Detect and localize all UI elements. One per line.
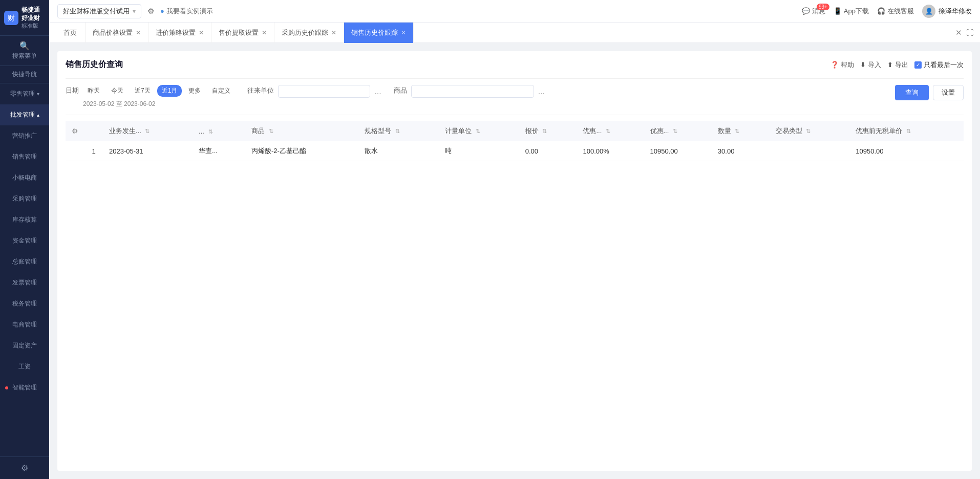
user-menu[interactable]: 👤 徐泽华修改 — [922, 5, 972, 18]
customer-picker-icon[interactable]: ... — [374, 87, 381, 96]
col-spec[interactable]: 规格型号 ⇅ — [358, 121, 439, 141]
sidebar-item-assets[interactable]: 固定资产 — [0, 335, 49, 356]
sidebar-item-finance[interactable]: 资金管理 — [0, 230, 49, 251]
col-product[interactable]: 商品 ⇅ — [245, 121, 358, 141]
tab-sale-extract[interactable]: 售价提取设置 ✕ — [211, 23, 274, 43]
messages-button[interactable]: 💬 消息 99+ — [802, 7, 825, 16]
col-discount2[interactable]: 优惠... ⇅ — [644, 121, 712, 141]
row-discount2: 10950.00 — [644, 141, 712, 161]
row-trade-type — [770, 141, 850, 161]
sidebar-item-smart[interactable]: 智能管理 — [0, 377, 49, 398]
sidebar-item-sales[interactable]: 销售管理 — [0, 146, 49, 167]
sidebar-item-marketing-label: 营销推广 — [12, 132, 37, 140]
export-button[interactable]: ⬆ 导出 — [887, 60, 908, 70]
customer-input[interactable] — [278, 85, 370, 98]
col-pretax-price[interactable]: 优惠前无税单价 ⇅ — [849, 121, 964, 141]
col-price[interactable]: 报价 ⇅ — [519, 121, 577, 141]
tab-close-icon[interactable]: ✕ — [262, 30, 267, 36]
sidebar-item-inventory[interactable]: 库存核算 — [0, 209, 49, 230]
tab-close-icon[interactable]: ✕ — [199, 30, 204, 36]
close-tab-icon[interactable]: ✕ — [955, 28, 962, 37]
tab-sale-history[interactable]: 销售历史价跟踪 ✕ — [344, 23, 414, 43]
sidebar-item-wholesale[interactable]: 批发管理 ▴ — [0, 104, 49, 125]
demo-label: 我要看实例演示 — [166, 7, 213, 16]
sidebar-item-ecommerce-small[interactable]: 小畅电商 — [0, 167, 49, 188]
col-date[interactable]: 业务发生... ⇅ — [103, 121, 193, 141]
query-button[interactable]: 查询 — [895, 85, 929, 100]
app-sub: 标准版 — [22, 22, 45, 29]
col-pretax-price-label: 优惠前无税单价 — [856, 127, 902, 135]
date-btn-last1m[interactable]: 近1月 — [157, 85, 182, 97]
tab-close-icon[interactable]: ✕ — [136, 30, 141, 36]
help-icon: ❓ — [830, 61, 839, 69]
tab-product-price[interactable]: 商品价格设置 ✕ — [86, 23, 148, 43]
sidebar-item-ledger[interactable]: 总账管理 — [0, 251, 49, 272]
sidebar-item-wholesale-label: 批发管理 — [10, 111, 35, 119]
sidebar-item-purchase[interactable]: 采购管理 — [0, 188, 49, 209]
col-discount1-label: 优惠... — [583, 127, 602, 135]
date-btn-more[interactable]: 更多 — [184, 85, 205, 97]
chevron-up-icon: ▴ — [37, 112, 39, 118]
product-picker-icon[interactable]: ... — [538, 87, 545, 96]
sidebar-search-item[interactable]: 🔍 搜索菜单 — [0, 36, 49, 66]
date-filter-group: 日期 昨天 今天 近7天 近1月 更多 自定义 2023-05-02 至 202… — [66, 85, 235, 108]
import-button[interactable]: ⬇ 导入 — [860, 60, 881, 70]
topbar-settings-icon[interactable]: ⚙ — [147, 7, 154, 16]
tab-product-price-label: 商品价格设置 — [93, 28, 133, 37]
col-extra[interactable]: ... ⇅ — [193, 121, 245, 141]
sidebar-item-invoice-label: 发票管理 — [12, 278, 37, 287]
tab-purchase-history[interactable]: 采购历史价跟踪 ✕ — [274, 23, 344, 43]
table-row: 1 2023-05-31 华查... 丙烯酸-2-乙基己酯 散水 吨 0.00 … — [66, 141, 964, 161]
col-unit[interactable]: 计量单位 ⇅ — [439, 121, 519, 141]
sidebar-item-retail[interactable]: 零售管理 ▾ — [0, 83, 49, 104]
tab-close-icon[interactable]: ✕ — [401, 30, 406, 36]
main-area: 好业财标准版交付试用 ▾ ⚙ ● 我要看实例演示 💬 消息 99+ 📱 App下… — [49, 0, 980, 479]
sidebar-item-invoice[interactable]: 发票管理 — [0, 272, 49, 293]
online-service-button[interactable]: 🎧 在线客服 — [877, 7, 914, 16]
sidebar-item-ledger-label: 总账管理 — [12, 257, 37, 266]
sidebar-nav: 零售管理 ▾ 批发管理 ▴ 营销推广 销售管理 小畅电商 采购管理 库存核算 资… — [0, 83, 49, 456]
only-last-checkbox[interactable]: ✓ 只看最后一次 — [914, 60, 964, 70]
date-btn-custom[interactable]: 自定义 — [207, 85, 235, 97]
row-quantity: 30.00 — [712, 141, 770, 161]
sidebar-item-payroll[interactable]: 工资 — [0, 356, 49, 377]
app-download-button[interactable]: 📱 App下载 — [834, 7, 869, 16]
tab-purchase-strategy[interactable]: 进价策略设置 ✕ — [148, 23, 211, 43]
col-settings[interactable]: ⚙ — [66, 121, 84, 141]
col-discount2-label: 优惠... — [650, 127, 669, 135]
demo-button[interactable]: ● 我要看实例演示 — [160, 7, 213, 16]
settings-icon[interactable]: ⚙ — [21, 463, 28, 473]
chevron-down-icon: ▾ — [37, 91, 39, 97]
product-filter-group: 商品 ... — [394, 85, 545, 98]
page-container: 销售历史价查询 ❓ 帮助 ⬇ 导入 ⬆ 导出 ✓ — [57, 51, 972, 471]
product-input-group: ... — [411, 85, 545, 98]
sidebar-item-ecommerce[interactable]: 电商管理 — [0, 314, 49, 335]
row-unit: 吨 — [439, 141, 519, 161]
sidebar-item-tax[interactable]: 税务管理 — [0, 293, 49, 314]
sort-icon: ⇅ — [145, 128, 150, 135]
product-input[interactable] — [411, 85, 534, 98]
product-filter-label: 商品 — [394, 85, 407, 95]
date-btn-last7[interactable]: 近7天 — [130, 85, 155, 97]
date-btn-today[interactable]: 今天 — [106, 85, 128, 97]
setting-button[interactable]: 设置 — [933, 85, 964, 100]
help-button[interactable]: ❓ 帮助 — [830, 60, 854, 70]
tabbar-end: ✕ ⛶ — [955, 28, 974, 37]
maximize-icon[interactable]: ⛶ — [966, 28, 974, 37]
sidebar-item-inventory-label: 库存核算 — [12, 215, 37, 224]
content-area: 销售历史价查询 ❓ 帮助 ⬇ 导入 ⬆ 导出 ✓ — [49, 43, 980, 479]
date-btn-yesterday[interactable]: 昨天 — [83, 85, 104, 97]
table-settings-icon[interactable]: ⚙ — [72, 127, 78, 135]
headset-icon: 🎧 — [877, 7, 885, 15]
checkbox-checked-icon: ✓ — [914, 61, 922, 69]
col-num — [84, 121, 103, 141]
sidebar-quicknav-item[interactable]: 快捷导航 — [0, 66, 49, 83]
version-selector[interactable]: 好业财标准版交付试用 ▾ — [57, 4, 141, 18]
tab-close-icon[interactable]: ✕ — [331, 30, 336, 36]
sidebar-item-sales-label: 销售管理 — [12, 153, 37, 161]
tab-home[interactable]: 首页 — [55, 23, 86, 43]
col-trade-type[interactable]: 交易类型 ⇅ — [770, 121, 850, 141]
sidebar-item-marketing[interactable]: 营销推广 — [0, 125, 49, 146]
col-quantity[interactable]: 数量 ⇅ — [712, 121, 770, 141]
col-discount1[interactable]: 优惠... ⇅ — [577, 121, 644, 141]
